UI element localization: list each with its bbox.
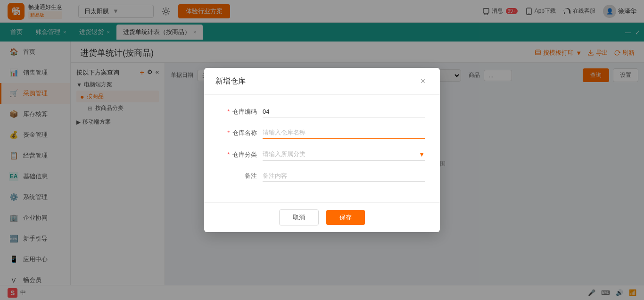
code-input[interactable]: [263, 106, 425, 117]
modal-close-button[interactable]: ×: [417, 75, 429, 87]
form-row-category: * 仓库分类 请输入所属分类 ▼: [219, 148, 425, 161]
cancel-button[interactable]: 取消: [279, 209, 319, 225]
name-label: * 仓库名称: [219, 129, 257, 137]
modal-title: 新增仓库: [215, 76, 246, 86]
remark-input[interactable]: [263, 170, 425, 182]
form-row-name: * 仓库名称: [219, 127, 425, 139]
new-warehouse-modal: 新增仓库 × * 仓库编码 * 仓库名称: [204, 68, 440, 232]
remark-label: 备注: [219, 172, 257, 180]
category-label: * 仓库分类: [219, 150, 257, 159]
save-button[interactable]: 保存: [326, 210, 365, 225]
name-input[interactable]: [263, 127, 425, 139]
code-label: * 仓库编码: [219, 108, 257, 116]
select-arrow-icon: ▼: [419, 151, 425, 158]
modal-header: 新增仓库 ×: [204, 68, 440, 95]
category-select[interactable]: 请输入所属分类 ▼: [263, 148, 425, 161]
modal-body: * 仓库编码 * 仓库名称 * 仓库分类 请输入: [204, 95, 440, 202]
form-row-code: * 仓库编码: [219, 106, 425, 117]
modal-overlay: 新增仓库 × * 仓库编码 * 仓库名称: [0, 0, 644, 300]
form-row-remark: 备注: [219, 170, 425, 182]
modal-footer: 取消 保存: [204, 202, 440, 232]
